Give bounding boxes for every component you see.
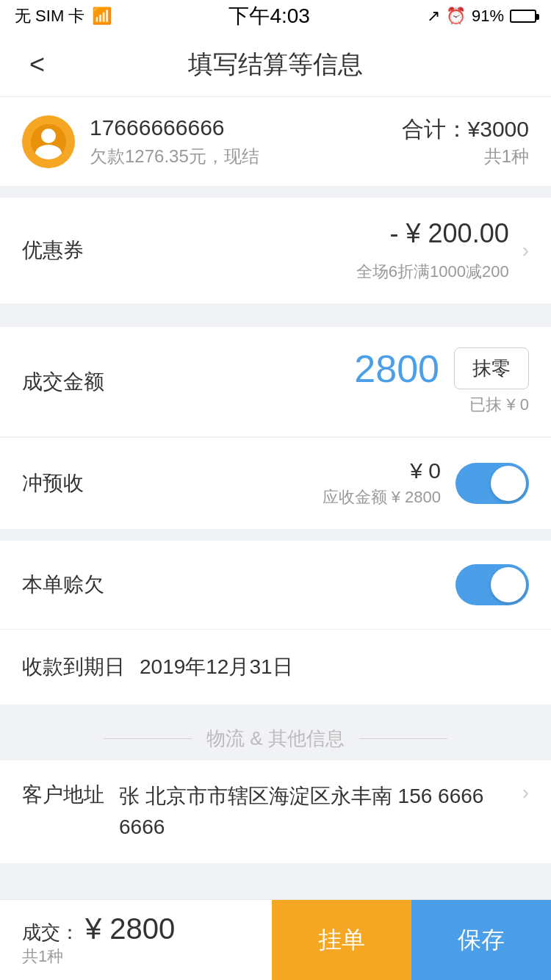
user-card: 17666666666 欠款1276.35元，现结 合计：¥3000 共1种 bbox=[0, 97, 551, 186]
avatar bbox=[22, 115, 75, 168]
coupon-right: - ¥ 200.00 全场6折满1000减200 bbox=[356, 218, 509, 283]
bottom-count: 共1种 bbox=[22, 945, 250, 968]
nav-bar: < 填写结算等信息 bbox=[0, 32, 551, 97]
back-button[interactable]: < bbox=[22, 42, 52, 87]
bottom-bar: 成交： ¥ 2800 共1种 挂单 保存 bbox=[0, 899, 551, 980]
total-amount: 合计：¥3000 bbox=[402, 115, 529, 145]
due-date-value: 2019年12月31日 bbox=[140, 653, 293, 681]
toggle-knob bbox=[491, 466, 526, 501]
gray-divider-1 bbox=[0, 315, 551, 327]
user-phone: 17666666666 bbox=[90, 115, 259, 140]
bottom-deal-label: 成交： bbox=[22, 920, 79, 945]
avatar-icon bbox=[31, 124, 66, 159]
logistics-text: 物流 & 其他信息 bbox=[104, 726, 447, 752]
save-button[interactable]: 保存 bbox=[411, 900, 551, 980]
deal-amount-right: 2800 抹零 bbox=[354, 347, 529, 389]
address-row[interactable]: 客户地址 张 北京市市辖区海淀区永丰南 156 6666 6666 › bbox=[0, 760, 551, 863]
coupon-row[interactable]: 优惠券 - ¥ 200.00 全场6折满1000减200 › bbox=[0, 198, 551, 303]
debt-row: 本单赊欠 bbox=[0, 541, 551, 629]
amount-section: 成交金额 2800 抹零 已抹 ¥ 0 冲预收 ¥ 0 应收金额 ¥ 2800 bbox=[0, 327, 551, 529]
status-bar: 无 SIM 卡 📶 下午4:03 ↗ ⏰ 91% bbox=[0, 0, 551, 32]
gray-divider-3 bbox=[0, 705, 551, 716]
page-title: 填写结算等信息 bbox=[188, 48, 363, 82]
battery-icon bbox=[510, 10, 536, 23]
due-date-row: 收款到期日 2019年12月31日 bbox=[0, 629, 551, 705]
user-left: 17666666666 欠款1276.35元，现结 bbox=[22, 115, 259, 168]
coupon-amount: - ¥ 200.00 bbox=[390, 218, 509, 249]
location-icon: ↗ bbox=[427, 7, 440, 26]
hang-button[interactable]: 挂单 bbox=[272, 900, 411, 980]
user-right: 合计：¥3000 共1种 bbox=[402, 115, 529, 168]
debt-label: 本单赊欠 bbox=[22, 571, 104, 599]
debt-toggle-knob bbox=[491, 567, 526, 602]
address-chevron-icon: › bbox=[522, 781, 529, 804]
prepaid-sub: 应收金额 ¥ 2800 bbox=[323, 486, 441, 508]
due-date-label: 收款到期日 bbox=[22, 653, 125, 681]
wifi-icon: 📶 bbox=[92, 7, 112, 26]
address-label: 客户地址 bbox=[22, 781, 104, 809]
gray-divider-2 bbox=[0, 529, 551, 541]
main-content: 17666666666 欠款1276.35元，现结 合计：¥3000 共1种 优… bbox=[0, 97, 551, 980]
chevron-right-icon: › bbox=[522, 239, 529, 262]
prepaid-toggle[interactable] bbox=[455, 463, 529, 504]
status-right: ↗ ⏰ 91% bbox=[427, 7, 536, 26]
status-left: 无 SIM 卡 📶 bbox=[15, 5, 112, 27]
deal-amount-value: 2800 bbox=[354, 350, 439, 388]
deal-amount-sub: 已抹 ¥ 0 bbox=[469, 394, 529, 416]
total-count: 共1种 bbox=[402, 145, 529, 168]
prepaid-row: 冲预收 ¥ 0 应收金额 ¥ 2800 bbox=[0, 437, 551, 529]
prepaid-label: 冲预收 bbox=[22, 469, 84, 497]
coupon-section: 优惠券 - ¥ 200.00 全场6折满1000减200 › bbox=[0, 198, 551, 303]
logistics-divider: 物流 & 其他信息 bbox=[0, 716, 551, 760]
prepaid-value-wrap: ¥ 0 应收金额 ¥ 2800 bbox=[323, 458, 441, 508]
user-debt: 欠款1276.35元，现结 bbox=[90, 145, 259, 168]
round-button[interactable]: 抹零 bbox=[454, 347, 529, 389]
bottom-amount: ¥ 2800 bbox=[85, 912, 175, 945]
status-time: 下午4:03 bbox=[228, 2, 310, 30]
user-info: 17666666666 欠款1276.35元，现结 bbox=[90, 115, 259, 168]
address-value: 张 北京市市辖区海淀区永丰南 156 6666 6666 bbox=[119, 781, 502, 843]
battery-percent: 91% bbox=[472, 7, 504, 26]
alarm-icon: ⏰ bbox=[446, 7, 466, 26]
deal-amount-label: 成交金额 bbox=[22, 368, 104, 396]
bottom-summary: 成交： ¥ 2800 共1种 bbox=[0, 900, 272, 980]
sim-status: 无 SIM 卡 bbox=[15, 5, 84, 27]
coupon-label: 优惠券 bbox=[22, 237, 84, 264]
coupon-detail: 全场6折满1000减200 bbox=[356, 261, 509, 283]
debt-toggle[interactable] bbox=[455, 564, 529, 605]
deal-amount-row: 成交金额 2800 抹零 已抹 ¥ 0 bbox=[0, 327, 551, 437]
prepaid-right: ¥ 0 应收金额 ¥ 2800 bbox=[323, 458, 529, 508]
prepaid-value: ¥ 0 bbox=[323, 458, 441, 483]
